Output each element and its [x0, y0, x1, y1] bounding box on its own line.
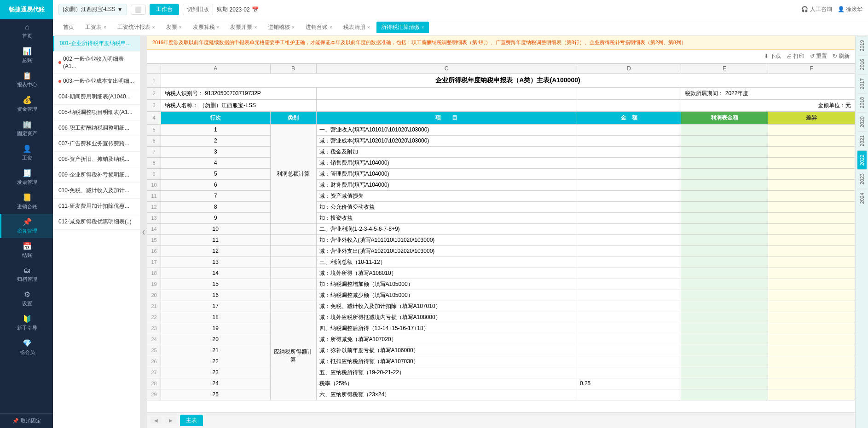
workbench-button[interactable]: 工作台: [150, 4, 179, 15]
table-row[interactable]: 20 16 减：纳税调整减少额（填写A105000）: [147, 290, 855, 301]
close-icon[interactable]: ×: [104, 25, 106, 30]
table-row[interactable]: 8 4 减：销售费用(填写A104000): [147, 157, 855, 168]
spreadsheet-container[interactable]: A B C D E F 1 企业所得税年度纳税申报表（A类）主表(A100000…: [147, 63, 855, 413]
table-row[interactable]: 10 6 减：财务费用(填写A104000): [147, 179, 855, 190]
service-button[interactable]: 🎧 人工咨询: [801, 6, 832, 13]
table-row[interactable]: 5 1 利润总额计算 一、营业收入(填写A101010\101020\10300…: [147, 124, 855, 135]
form-item-004[interactable]: 004-期间费用明细表(A1040...: [53, 89, 140, 105]
tab-sales-audit[interactable]: 进销稽核 ×: [263, 22, 299, 33]
sidebar-item-tax[interactable]: 📌 税务管理: [0, 214, 53, 238]
table-row[interactable]: 27 23 五、应纳税所得额（19-20-21-22）: [147, 367, 855, 378]
form-item-007[interactable]: 007-广告费和业务宣传费跨...: [53, 136, 140, 152]
form-item-002[interactable]: 002-一般企业收入明细表(A1...: [53, 51, 140, 74]
reset-label: 重置: [816, 52, 827, 60]
print-button[interactable]: 🖨 打印: [787, 52, 804, 60]
year-item-2017[interactable]: 2017: [857, 74, 867, 93]
panel-collapse-button[interactable]: ❮: [140, 36, 147, 428]
table-row[interactable]: 23 19 四、纳税调整后所得（13-14+15-16-17+18）: [147, 323, 855, 334]
sidebar-item-finance[interactable]: 💰 资金管理: [0, 92, 53, 116]
sidebar-item-member[interactable]: 💎 畅会员: [0, 335, 53, 360]
close-icon[interactable]: ×: [367, 25, 370, 30]
table-row: 1 企业所得税年度纳税申报表（A类）主表(A100000): [147, 73, 855, 87]
close-icon[interactable]: ×: [152, 25, 155, 30]
user-info[interactable]: 👤 徐滚华: [838, 6, 862, 13]
table-row[interactable]: 12 8 加：公允价值变动收益: [147, 201, 855, 212]
sidebar-item-assets[interactable]: 🏢 固定资产: [0, 116, 53, 141]
sidebar-item-label: 工资: [22, 154, 32, 161]
form-item-011[interactable]: 011-研发费用加计扣除优惠...: [53, 199, 140, 214]
table-row[interactable]: 22 18 应纳税所得额计算 减：境外应税所得抵减境内亏损（填写A108000）: [147, 312, 855, 323]
refresh-button[interactable]: ↻ 刷新: [833, 52, 850, 60]
table-row[interactable]: 17 13 三、利润总额（10-11-12）: [147, 257, 855, 268]
year-item-2020[interactable]: 2020: [857, 112, 867, 131]
form-item-003[interactable]: 003-一般企业成本支出明细...: [53, 74, 140, 89]
close-icon[interactable]: ×: [217, 25, 220, 30]
tab-invoice-tax[interactable]: 发票算税 ×: [188, 22, 224, 33]
unpin-button[interactable]: 📌 取消固定: [0, 413, 53, 428]
tab-invoice[interactable]: 发票 ×: [162, 22, 186, 33]
table-row[interactable]: 26 22 减：抵扣应纳税所得额（填写A107030）: [147, 356, 855, 367]
year-item-2018[interactable]: 2018: [857, 93, 867, 112]
sidebar-item-settings[interactable]: ⚙ 设置: [0, 286, 53, 311]
tab-payroll-stats[interactable]: 工资统计报表 ×: [113, 22, 160, 33]
form-item-009[interactable]: 009-企业所得税补亏损明细...: [53, 167, 140, 183]
sidebar-item-ledger[interactable]: 📊 总账: [0, 43, 53, 68]
sidebar-item-home[interactable]: ⌂ 首页: [0, 19, 53, 43]
close-icon[interactable]: ×: [422, 25, 424, 30]
table-row[interactable]: 25 21 减：弥补以前年度亏损（填写A106000）: [147, 345, 855, 356]
table-row[interactable]: 29 25 六、应纳所得税额（23×24）: [147, 389, 855, 400]
form-item-012[interactable]: 012-减免所得税优惠明细表(..): [53, 214, 140, 230]
tab-home[interactable]: 首页: [58, 22, 79, 33]
sidebar-item-purchases[interactable]: 📒 进销台账: [0, 189, 53, 214]
year-item-2019[interactable]: 2019: [857, 36, 867, 55]
form-item-005[interactable]: 005-纳税调整项目明细表(A1...: [53, 105, 140, 120]
table-row[interactable]: 13 9 加：投资收益: [147, 212, 855, 223]
download-button[interactable]: ⬇ 下载: [764, 52, 781, 60]
table-row[interactable]: 28 24 税率（25%） 0.25: [147, 378, 855, 389]
sheet-scroll-left[interactable]: ◀: [150, 417, 162, 424]
sidebar-item-payroll[interactable]: 👤 工资: [0, 141, 53, 165]
copy-button[interactable]: ⬜: [131, 5, 146, 15]
sidebar-item-label: 税务管理: [17, 228, 37, 234]
year-item-2016[interactable]: 2016: [857, 55, 867, 74]
form-item-010[interactable]: 010-免税、减计收入及加计...: [53, 183, 140, 199]
table-row[interactable]: 14 10 二、营业利润(1-2-3-4-5-6-7-8+9): [147, 223, 855, 234]
table-row[interactable]: 9 5 减：管理费用(填写A104000): [147, 168, 855, 179]
company-selector[interactable]: (勿删）江西服宝-LSS ▼: [58, 4, 127, 15]
tab-sales-ledger[interactable]: 进销台账 ×: [301, 22, 337, 33]
sidebar-item-reports[interactable]: 📋 报表中心: [0, 68, 53, 92]
form-item-006[interactable]: 006-职工薪酬纳税调整明细...: [53, 120, 140, 136]
year-item-2023[interactable]: 2023: [857, 169, 867, 188]
table-row[interactable]: 18 14 减：境外所得（填写A108010）: [147, 268, 855, 279]
table-row[interactable]: 11 7 减：资产减值损失: [147, 190, 855, 201]
table-row[interactable]: 6 2 减：营业成本(填写A102010\102020\103000): [147, 135, 855, 146]
tab-income-tax[interactable]: 所得税汇算清缴 ×: [376, 22, 429, 33]
calendar-icon[interactable]: 📅: [252, 6, 259, 13]
close-icon[interactable]: ×: [179, 25, 182, 30]
tab-invoice-open[interactable]: 发票开票 ×: [226, 22, 261, 33]
table-row[interactable]: 7 3 减：税金及附加: [147, 146, 855, 157]
year-item-2022[interactable]: 2022: [857, 150, 867, 169]
year-item-2024[interactable]: 2024: [857, 188, 867, 207]
sheet-scroll-right[interactable]: ▶: [165, 417, 176, 424]
sidebar-item-guide[interactable]: 🔰 新手引导: [0, 311, 53, 335]
close-icon[interactable]: ×: [254, 25, 257, 30]
table-row[interactable]: 16 12 减：营业外支出(填写A102010\102020\103000): [147, 245, 855, 257]
form-item-001[interactable]: 001-企业所得税年度纳税申...: [53, 36, 140, 51]
reset-button[interactable]: ↺ 重置: [810, 52, 827, 60]
close-icon[interactable]: ×: [292, 25, 295, 30]
table-row[interactable]: 19 15 加：纳税调整增加额（填写A105000）: [147, 279, 855, 290]
tab-payroll[interactable]: 工资表 ×: [81, 22, 111, 33]
sheet-tab-main[interactable]: 主表: [180, 415, 203, 426]
year-item-2021[interactable]: 2021: [857, 131, 867, 150]
sidebar-item-invoice[interactable]: 🧾 发票管理: [0, 165, 53, 189]
form-item-008[interactable]: 008-资产折旧、摊销及纳税...: [53, 152, 140, 167]
sidebar-item-archive[interactable]: 🗂 归档管理: [0, 263, 53, 286]
table-row[interactable]: 24 20 减：所得减免（填写A107020）: [147, 334, 855, 345]
sidebar-item-closing[interactable]: 📅 结账: [0, 238, 53, 263]
tab-tax-table[interactable]: 税表清册 ×: [339, 22, 375, 33]
table-row[interactable]: 21 17 减：免税、减计收入及加计扣除（填写A107010）: [147, 301, 855, 312]
table-row[interactable]: 15 11 加：营业外收入(填写A101010\101020\103000): [147, 234, 855, 245]
close-icon[interactable]: ×: [330, 25, 332, 30]
switch-button[interactable]: 切到旧版: [183, 4, 213, 15]
